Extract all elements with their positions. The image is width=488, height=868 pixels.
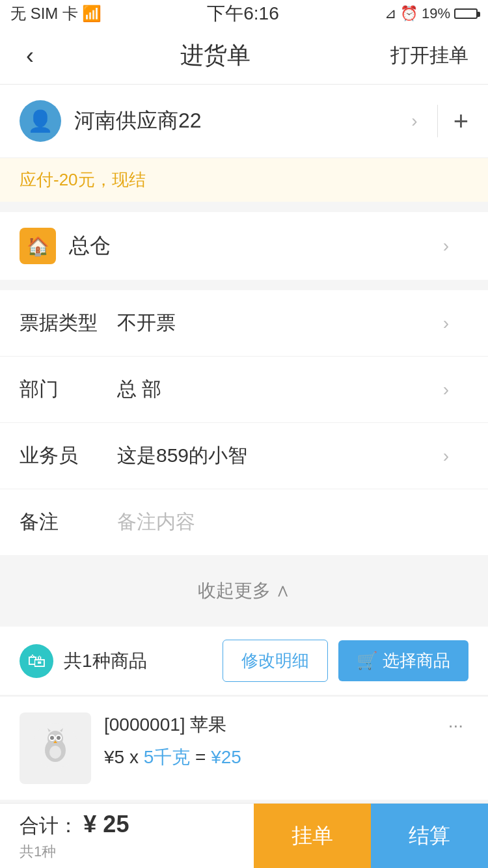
dept-chevron-icon: › xyxy=(443,379,449,400)
notice-bar: 应付-20元，现结 xyxy=(0,158,488,202)
sales-value: 这是859的小智 xyxy=(111,442,443,469)
total-sub: 共1种 xyxy=(20,842,234,861)
products-icon: 🛍 xyxy=(20,644,53,678)
invoice-value: 不开票 xyxy=(111,310,443,336)
dept-label: 部门 xyxy=(20,376,111,403)
status-right: ⊿ ⏰ 19% xyxy=(385,5,478,22)
total-section: 合计： ¥ 25 共1种 xyxy=(0,804,254,868)
product-info: [0000001] 苹果 ¥5 x 5千克 = ¥25 xyxy=(104,712,443,770)
warehouse-icon: 🏠 xyxy=(20,228,56,264)
products-header: 🛍 共1种商品 修改明细 🛒 选择商品 xyxy=(0,627,488,696)
product-item: [0000001] 苹果 ¥5 x 5千克 = ¥25 ··· xyxy=(0,697,488,800)
select-product-button[interactable]: 🛒 选择商品 xyxy=(338,640,468,681)
total-value: ¥25 xyxy=(211,747,241,767)
select-product-label: 选择商品 xyxy=(383,649,450,672)
supplier-avatar: 👤 xyxy=(20,100,61,142)
remark-placeholder[interactable]: 备注内容 xyxy=(111,509,468,536)
collapse-label: 收起更多 ∧ xyxy=(198,580,291,601)
battery-percent: 19% xyxy=(422,5,450,22)
status-bar: 无 SIM 卡 📶 下午6:16 ⊿ ⏰ 19% xyxy=(0,0,488,27)
svg-point-6 xyxy=(57,736,61,740)
remark-row[interactable]: 备注 备注内容 xyxy=(0,489,488,555)
wifi-icon: 📶 xyxy=(82,5,102,23)
checkout-button[interactable]: 结算 xyxy=(371,804,488,868)
location-icon: ⊿ xyxy=(385,5,396,22)
cart-icon: 🛒 xyxy=(357,651,377,671)
price-multiply: x xyxy=(129,747,144,767)
svg-point-5 xyxy=(50,736,54,740)
hang-label: 挂单 xyxy=(291,822,333,850)
back-button[interactable]: ‹ xyxy=(20,36,40,76)
supplier-row[interactable]: 👤 河南供应商22 › + xyxy=(0,85,488,158)
alarm-icon: ⏰ xyxy=(400,5,418,22)
page-title: 进货单 xyxy=(180,40,251,72)
battery-icon xyxy=(454,8,478,19)
product-title: 苹果 xyxy=(190,714,226,735)
add-supplier-button[interactable]: + xyxy=(454,107,468,136)
supplier-name: 河南供应商22 xyxy=(74,107,411,135)
nav-bar: ‹ 进货单 打开挂单 xyxy=(0,27,488,85)
product-code: [0000001] xyxy=(104,714,185,735)
price-value: ¥5 xyxy=(104,747,124,767)
invoice-label: 票据类型 xyxy=(20,310,111,336)
edit-detail-button[interactable]: 修改明细 xyxy=(223,640,328,682)
form-section: 票据类型 不开票 › 部门 总 部 › 业务员 这是859的小智 › 备注 备注… xyxy=(0,290,488,555)
warehouse-row[interactable]: 🏠 总仓 › xyxy=(0,212,488,280)
owl-icon xyxy=(33,723,78,774)
sales-label: 业务员 xyxy=(20,442,111,469)
warehouse-chevron-icon: › xyxy=(443,236,449,256)
total-main: 合计： ¥ 25 xyxy=(20,811,234,839)
bottom-bar: 合计： ¥ 25 共1种 挂单 结算 xyxy=(0,803,488,868)
equals-sign: = xyxy=(195,747,211,767)
status-time: 下午6:16 xyxy=(207,1,279,26)
product-name: [0000001] 苹果 xyxy=(104,712,443,737)
person-icon: 👤 xyxy=(27,109,53,133)
sales-chevron-icon: › xyxy=(443,446,449,467)
checkout-label: 结算 xyxy=(409,822,450,850)
status-left: 无 SIM 卡 📶 xyxy=(10,3,102,24)
sales-row[interactable]: 业务员 这是859的小智 › xyxy=(0,423,488,489)
supplier-section: 👤 河南供应商22 › + 应付-20元，现结 xyxy=(0,85,488,202)
supplier-chevron-icon: › xyxy=(411,111,417,131)
remark-label: 备注 xyxy=(20,509,111,536)
product-more-button[interactable]: ··· xyxy=(443,712,468,739)
product-thumbnail xyxy=(20,712,91,784)
bag-icon: 🛍 xyxy=(27,650,46,671)
svg-point-10 xyxy=(49,746,61,759)
total-label: 合计： xyxy=(20,815,78,836)
collapse-button[interactable]: 收起更多 ∧ xyxy=(0,565,488,616)
total-amount: ¥ 25 xyxy=(83,811,129,837)
invoice-row[interactable]: 票据类型 不开票 › xyxy=(0,290,488,357)
carrier-text: 无 SIM 卡 xyxy=(10,3,78,24)
dept-value: 总 部 xyxy=(111,376,443,403)
dept-row[interactable]: 部门 总 部 › xyxy=(0,357,488,423)
quantity-value: 5千克 xyxy=(144,747,191,767)
warehouse-section[interactable]: 🏠 总仓 › xyxy=(0,212,488,280)
divider xyxy=(437,105,438,137)
home-icon: 🏠 xyxy=(27,236,49,257)
warehouse-name: 总仓 xyxy=(69,232,443,260)
invoice-chevron-icon: › xyxy=(443,313,449,334)
hang-order-button[interactable]: 挂单 xyxy=(254,804,371,868)
notice-text: 应付-20元，现结 xyxy=(20,170,146,189)
product-price: ¥5 x 5千克 = ¥25 xyxy=(104,745,443,770)
products-count: 共1种商品 xyxy=(64,649,223,673)
open-pending-button[interactable]: 打开挂单 xyxy=(390,42,468,69)
